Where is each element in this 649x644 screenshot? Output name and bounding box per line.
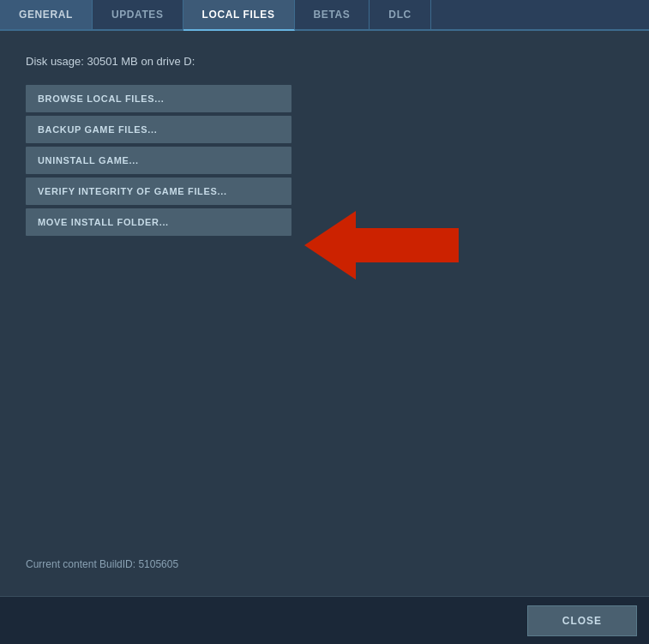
tab-betas[interactable]: BETAS [295,0,370,29]
footer-bar: CLOSE [0,596,649,644]
btn-backup-game[interactable]: BACKUP GAME FILES... [26,116,291,143]
btn-move-install[interactable]: MOVE INSTALL FOLDER... [26,208,291,236]
disk-usage-label: Disk usage: 30501 MB on drive D: [26,55,623,68]
close-button[interactable]: CLOSE [527,605,637,636]
tab-dlc[interactable]: DLC [370,0,430,29]
build-id-label: Current content BuildID: 5105605 [26,558,623,579]
svg-marker-0 [304,211,459,280]
tab-local-files[interactable]: LOCAL FILES [183,0,295,31]
main-content: Disk usage: 30501 MB on drive D: BROWSE … [0,31,649,596]
btn-verify-integrity[interactable]: VERIFY INTEGRITY OF GAME FILES... [26,178,291,205]
tab-general[interactable]: GENERAL [0,0,93,29]
btn-browse-local[interactable]: BROWSE LOCAL FILES... [26,85,291,112]
tab-updates[interactable]: UPDATES [93,0,183,29]
tabs-bar: GENERALUPDATESLOCAL FILESBETASDLC [0,0,649,31]
arrow-annotation [304,211,459,280]
btn-uninstall-game[interactable]: UNINSTALL GAME... [26,147,291,174]
action-buttons-list: BROWSE LOCAL FILES...BACKUP GAME FILES..… [26,85,291,236]
